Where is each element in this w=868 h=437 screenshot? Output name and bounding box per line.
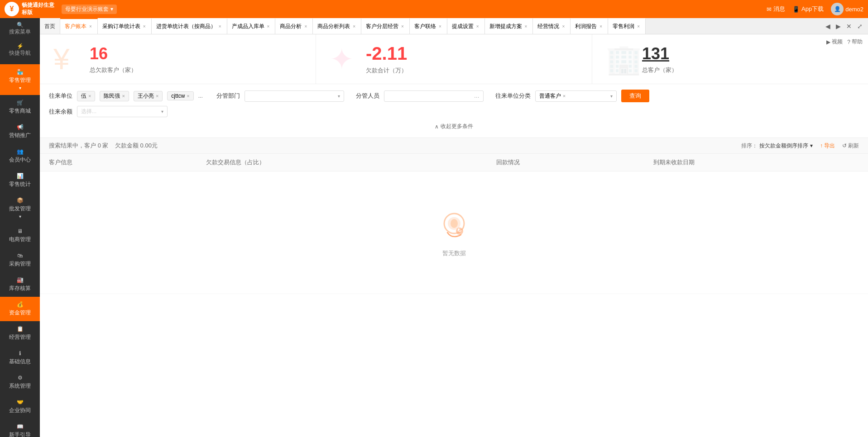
- tab-product-analysis-list[interactable]: 商品分析列表 ×: [313, 18, 361, 34]
- chevron-up-icon: ∧: [435, 124, 439, 130]
- tab-add-commission[interactable]: 新增提成方案 ×: [485, 18, 533, 34]
- tab-close-all-icon[interactable]: ✕: [844, 23, 854, 30]
- tab-close-icon[interactable]: ×: [400, 24, 405, 29]
- tab-close-icon[interactable]: ×: [636, 24, 641, 29]
- tab-close-icon[interactable]: ×: [266, 24, 271, 29]
- sidebar-item-finance[interactable]: 💰 资金管理: [0, 297, 40, 321]
- tab-retail-profit[interactable]: 零售利润 ×: [608, 18, 646, 34]
- sidebar-item-retail-mall[interactable]: 🛒 零售商城: [0, 95, 40, 119]
- tab-scroll-right-icon[interactable]: ▶: [834, 23, 843, 30]
- sidebar-item-retail-stats[interactable]: 📊 零售统计: [0, 168, 40, 193]
- tab-goods-inbound-stats[interactable]: 进货单统计表（按商品） ×: [152, 18, 227, 34]
- app-download-button[interactable]: 📱 App下载: [792, 5, 824, 13]
- export-icon: ↑: [820, 142, 823, 149]
- sidebar-item-purchase[interactable]: 🛍 采购管理: [0, 248, 40, 272]
- dept-filter-select[interactable]: ▾: [245, 90, 344, 102]
- tag-close-icon[interactable]: ×: [187, 93, 189, 99]
- filter-row-2: 往来余额 选择... ▾: [49, 106, 859, 117]
- operation-icon: 📋: [17, 326, 24, 332]
- inventory-icon: 🏭: [17, 277, 24, 283]
- sidebar-item-inventory[interactable]: 🏭 库存核算: [0, 272, 40, 297]
- app-logo: ¥ 畅捷通好生意 标版: [5, 2, 54, 16]
- tab-close-icon[interactable]: ×: [438, 24, 442, 29]
- stats-row: ¥ 16 总欠款客户（家） ✦ -2.11 欠款合计（万） 🏢 131 总: [40, 34, 868, 84]
- tab-close-icon[interactable]: ×: [599, 24, 603, 29]
- sidebar-item-ecommerce[interactable]: 🖥 电商管理: [0, 223, 40, 248]
- tab-commission-settings[interactable]: 提成设置 ×: [447, 18, 485, 34]
- tab-business-status[interactable]: 经营情况 ×: [533, 18, 571, 34]
- tag-close-icon[interactable]: ×: [88, 93, 91, 99]
- sidebar-item-guide[interactable]: 📖 新手引导: [0, 419, 40, 437]
- sidebar-item-retail-mgmt[interactable]: 🏪 零售管理 ▾: [0, 64, 40, 95]
- tag-close-icon[interactable]: ×: [122, 93, 125, 99]
- purchase-icon: 🛍: [17, 252, 23, 259]
- sidebar-item-operation[interactable]: 📋 经营管理: [0, 321, 40, 346]
- sidebar-item-member[interactable]: 👥 会员中心: [0, 144, 40, 168]
- filter-tag-unit4: cjttcw ×: [167, 91, 193, 100]
- filter-tag-unit-type: 普通客户 ×: [539, 92, 566, 100]
- enterprise-icon: 🤝: [17, 399, 24, 405]
- tab-customer-ledger[interactable]: 客户账本 ×: [60, 18, 98, 34]
- balance-filter-select[interactable]: 选择... ▾: [77, 106, 168, 117]
- tab-close-icon[interactable]: ×: [303, 24, 308, 29]
- sidebar-item-wholesale[interactable]: 📦 批发管理 ▾: [0, 193, 40, 223]
- sidebar-search[interactable]: 🔍 搜索菜单: [0, 18, 40, 39]
- export-button[interactable]: ↑ 导出: [820, 142, 835, 150]
- unit-type-filter-select[interactable]: 普通客户 × ▾: [535, 90, 617, 102]
- tab-close-icon[interactable]: ×: [561, 24, 566, 29]
- tab-product-analysis[interactable]: 商品分析 ×: [275, 18, 313, 34]
- sidebar-item-basic-info[interactable]: ℹ 基础信息: [0, 346, 40, 370]
- filter-row-1: 往来单位 伍 × 陈民强 × 王小亮 ×: [49, 90, 859, 102]
- avatar: 👤: [831, 3, 844, 15]
- sidebar-item-enterprise[interactable]: 🤝 企业协同: [0, 394, 40, 419]
- tab-profit-report[interactable]: 利润报告 ×: [571, 18, 608, 34]
- query-button[interactable]: 查询: [621, 90, 649, 102]
- collapse-button[interactable]: ∧ 收起更多条件: [49, 121, 859, 132]
- unit-filter-label: 往来单位: [49, 92, 72, 100]
- total-customers2-label: 总客户（家）: [642, 66, 677, 74]
- unit-type-filter-label: 往来单位分类: [495, 92, 531, 100]
- tab-close-icon[interactable]: ×: [352, 24, 356, 29]
- balance-filter-label: 往来余额: [49, 108, 72, 116]
- quick-nav[interactable]: ⚡ 快捷导航: [0, 39, 40, 61]
- help-button[interactable]: ? 帮助: [847, 38, 863, 46]
- logo-icon: ¥: [5, 2, 19, 16]
- filter-more-tags[interactable]: ...: [198, 93, 203, 99]
- tab-close-icon[interactable]: ×: [218, 24, 222, 29]
- play-icon: ▶: [826, 39, 830, 45]
- tab-customer-tier[interactable]: 客户分层经营 ×: [361, 18, 410, 34]
- tab-close-icon[interactable]: ×: [475, 24, 480, 29]
- tab-scroll-left-icon[interactable]: ◀: [824, 23, 832, 30]
- sidebar-item-system[interactable]: ⚙ 系统管理: [0, 370, 40, 394]
- filter-tag-unit3: 王小亮 ×: [134, 91, 163, 101]
- tab-close-icon[interactable]: ×: [142, 24, 147, 29]
- wholesale-icon: 📦: [17, 197, 24, 204]
- video-button[interactable]: ▶ 视频: [826, 38, 843, 46]
- tab-home[interactable]: 首页: [40, 18, 60, 34]
- sort-select[interactable]: 按欠款金额倒序排序 ▾: [759, 142, 813, 150]
- stat-total-customers: ¥ 16 总欠款客户（家）: [40, 34, 316, 84]
- finance-icon: 💰: [17, 301, 24, 308]
- tab-customer-contact[interactable]: 客户联络 ×: [410, 18, 447, 34]
- account-selector[interactable]: 母婴行业演示账套 ▾: [62, 5, 117, 14]
- tab-maximize-icon[interactable]: ⤢: [855, 23, 864, 30]
- tab-purchase-order-stats[interactable]: 采购订单统计表 ×: [98, 18, 152, 34]
- system-icon: ⚙: [18, 375, 23, 381]
- user-avatar[interactable]: 👤 demo2: [831, 3, 863, 15]
- col-customer-info: 客户信息: [40, 154, 197, 171]
- tab-close-icon[interactable]: ×: [524, 24, 528, 29]
- refresh-button[interactable]: ↺ 刷新: [842, 142, 859, 150]
- filter-tag-unit1: 伍 ×: [77, 91, 95, 101]
- tab-product-inbound[interactable]: 产成品入库单 ×: [227, 18, 276, 34]
- chevron-down-icon: ▾: [19, 214, 21, 219]
- stat-total-customers2: 🏢 131 总客户（家） ▶ 视频 ? 帮助: [592, 34, 868, 84]
- person-filter-select[interactable]: …: [384, 90, 484, 102]
- tag-close-icon[interactable]: ×: [563, 93, 566, 99]
- tag-close-icon[interactable]: ×: [156, 93, 158, 99]
- person-filter-label: 分管人员: [356, 92, 379, 100]
- empty-icon: [436, 208, 472, 244]
- message-button[interactable]: ✉ 消息: [767, 5, 785, 13]
- tab-close-icon[interactable]: ×: [88, 24, 93, 29]
- total-customers-label: 总欠款客户（家）: [90, 66, 137, 74]
- sidebar-item-marketing[interactable]: 📢 营销推广: [0, 119, 40, 144]
